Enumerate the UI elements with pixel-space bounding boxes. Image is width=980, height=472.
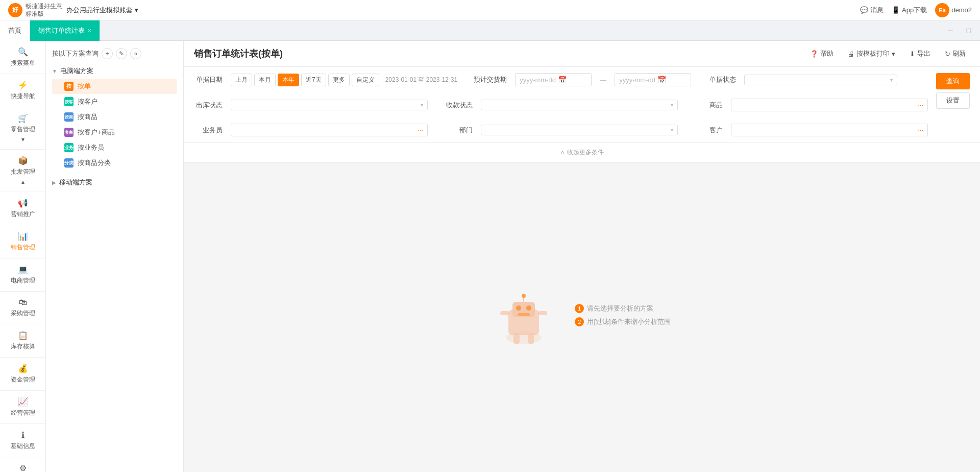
desktop-group-title[interactable]: ▼ 电脑端方案 xyxy=(52,63,177,79)
step-2-badge: 2 xyxy=(575,317,584,326)
date-btn-this-year[interactable]: 本年 xyxy=(278,74,299,86)
ecommerce-icon: 💻 xyxy=(18,265,28,274)
shipment-label: 出库状态 xyxy=(194,101,223,110)
marketing-icon: 📢 xyxy=(18,198,28,208)
sidebar-item-search[interactable]: 🔍 搜索菜单 xyxy=(0,41,45,74)
sidebar-item-wholesale[interactable]: 📦 批发管理 ▴ xyxy=(0,150,45,192)
messages-button[interactable]: 💬 消息 xyxy=(860,6,884,15)
payment-select[interactable]: ▾ xyxy=(481,100,678,110)
logo-icon: 好 xyxy=(8,3,22,17)
avatar: Ea xyxy=(935,3,949,17)
finance-icon: 💰 xyxy=(18,364,28,373)
sidebar-item-inventory[interactable]: 📋 库存核算 xyxy=(0,324,45,358)
scheme-by-customer-icon: 按客 xyxy=(64,97,74,106)
sidebar-item-retail[interactable]: 🛒 零售管理 ▾ xyxy=(0,107,45,150)
tab-bar: 首页 销售订单统计表 × ─ □ xyxy=(0,20,980,41)
date-btn-custom[interactable]: 自定义 xyxy=(352,74,379,86)
left-panel-header: 按以下方案查询 + ✎ « xyxy=(46,46,183,63)
mobile-group-title[interactable]: ▶ 移动端方案 xyxy=(52,175,177,190)
help-icon: ❓ xyxy=(810,50,818,58)
date-btn-more[interactable]: 更多 xyxy=(328,74,350,86)
sidebar-item-system[interactable]: ⚙ 系统管理 xyxy=(0,457,45,472)
sales-icon: 📊 xyxy=(18,231,28,241)
scheme-item-by-category[interactable]: 分类 按商品分类 xyxy=(52,155,177,171)
collapse-panel-button[interactable]: « xyxy=(130,48,141,59)
salesperson-select[interactable]: ··· xyxy=(231,124,428,136)
empty-step-2: 2 用[过滤]条件来缩小分析范围 xyxy=(575,317,670,326)
sidebar-item-purchase[interactable]: 🛍 采购管理 xyxy=(0,292,45,324)
salesperson-more-icon[interactable]: ··· xyxy=(418,126,423,134)
scheme-item-by-customer-product[interactable]: 客商 按客户+商品 xyxy=(52,125,177,140)
date-btn-7days[interactable]: 近7天 xyxy=(301,74,326,86)
scheme-by-product-icon: 按商 xyxy=(64,112,74,122)
calendar-icon-start: 📅 xyxy=(558,76,567,84)
sidebar-item-marketing[interactable]: 📢 营销推广 xyxy=(0,192,45,225)
date-btn-this-month[interactable]: 本月 xyxy=(254,74,276,86)
retail-icon: 🛒 xyxy=(18,113,28,123)
mobile-group-expand-icon: ▶ xyxy=(52,180,56,185)
desktop-scheme-group: ▼ 电脑端方案 按 按单 按客 按客户 按商 按商品 客商 按客户+商品 xyxy=(46,63,183,171)
scheme-item-by-order[interactable]: 按 按单 xyxy=(52,79,177,94)
goods-more-icon[interactable]: ··· xyxy=(918,101,923,109)
svg-point-4 xyxy=(526,305,531,311)
goods-select[interactable]: ··· xyxy=(731,99,928,111)
scheme-by-cat-icon: 分类 xyxy=(64,158,74,168)
department-select[interactable]: ▾ xyxy=(481,125,678,135)
status-select[interactable]: ▾ xyxy=(744,75,897,85)
sidebar-item-operations[interactable]: 📈 经营管理 xyxy=(0,391,45,424)
calendar-icon-end: 📅 xyxy=(657,76,666,84)
scheme-item-by-customer[interactable]: 按客 按客户 xyxy=(52,94,177,109)
sidebar-item-quick-nav[interactable]: ⚡ 快捷导航 xyxy=(0,74,45,107)
shipment-select[interactable]: ▾ xyxy=(231,100,428,110)
customer-select[interactable]: ··· xyxy=(731,124,928,136)
template-print-button[interactable]: 🖨 按模板打印 ▾ xyxy=(844,47,899,60)
customer-label: 客户 xyxy=(694,126,723,135)
maximize-button[interactable]: □ xyxy=(962,23,976,38)
query-button[interactable]: 查询 xyxy=(936,73,970,89)
user-profile[interactable]: Ea demo2 xyxy=(935,3,972,17)
settings-button[interactable]: 设置 xyxy=(936,92,970,109)
system-icon: ⚙ xyxy=(19,463,27,472)
group-expand-icon: ▼ xyxy=(52,68,57,74)
expected-delivery-label: 预计交货期 xyxy=(474,75,507,84)
filter-row-1: 单据日期 上月 本月 本年 近7天 更多 自定义 20 xyxy=(194,73,928,86)
customer-more-icon[interactable]: ··· xyxy=(918,126,923,134)
mobile-scheme-group: ▶ 移动端方案 xyxy=(46,175,183,190)
date-separator: — xyxy=(600,76,606,84)
refresh-button[interactable]: ↻ 刷新 xyxy=(941,47,970,60)
delivery-date-end[interactable]: yyyy-mm-dd 📅 xyxy=(615,73,691,86)
scheme-item-by-product[interactable]: 按商 按商品 xyxy=(52,109,177,125)
goods-label: 商品 xyxy=(694,101,723,110)
top-bar-right: 💬 消息 📱 App下载 Ea demo2 xyxy=(860,3,972,17)
sidebar-item-ecommerce[interactable]: 💻 电商管理 xyxy=(0,258,45,292)
tab-bar-actions: ─ □ xyxy=(943,23,980,38)
app-download-button[interactable]: 📱 App下载 xyxy=(892,6,927,15)
collapse-bar[interactable]: ∧ 收起更多条件 xyxy=(184,143,980,162)
basic-icon: ℹ xyxy=(21,430,24,440)
empty-text: 1 请先选择要分析的方案 2 用[过滤]条件来缩小分析范围 xyxy=(575,304,670,331)
date-btn-last-month[interactable]: 上月 xyxy=(231,74,252,86)
edit-scheme-button[interactable]: ✎ xyxy=(116,48,127,59)
scheme-item-by-salesperson[interactable]: 业务 按业务员 xyxy=(52,140,177,155)
svg-point-3 xyxy=(516,305,521,311)
sidebar-item-basic[interactable]: ℹ 基础信息 xyxy=(0,424,45,457)
breadcrumb[interactable]: 办公用品行业模拟账套 ▾ xyxy=(66,6,138,15)
delivery-date-start[interactable]: yyyy-mm-dd 📅 xyxy=(515,73,592,86)
svg-point-7 xyxy=(522,294,526,298)
export-button[interactable]: ⬇ 导出 xyxy=(905,47,935,60)
dept-dropdown-icon: ▾ xyxy=(671,127,673,133)
sidebar-item-sales[interactable]: 📊 销售管理 xyxy=(0,225,45,258)
operations-icon: 📈 xyxy=(18,397,28,407)
tab-sales-order-stats[interactable]: 销售订单统计表 × xyxy=(30,20,100,41)
sidebar-item-finance[interactable]: 💰 资金管理 xyxy=(0,358,45,391)
filter-actions: 查询 设置 xyxy=(936,73,970,109)
add-scheme-button[interactable]: + xyxy=(102,48,113,59)
collapse-up-icon: ∧ xyxy=(560,149,565,156)
main-layout: 🔍 搜索菜单 ⚡ 快捷导航 🛒 零售管理 ▾ 📦 批发管理 ▴ 📢 营销推广 📊… xyxy=(0,41,980,472)
left-panel: 按以下方案查询 + ✎ « ▼ 电脑端方案 按 按单 按客 按客户 xyxy=(46,41,184,472)
tab-home[interactable]: 首页 xyxy=(0,20,30,41)
chevron-down-icon: ▾ xyxy=(135,6,138,14)
help-button[interactable]: ❓ 帮助 xyxy=(806,47,838,60)
tab-close-icon[interactable]: × xyxy=(88,27,91,34)
minimize-button[interactable]: ─ xyxy=(943,23,958,38)
